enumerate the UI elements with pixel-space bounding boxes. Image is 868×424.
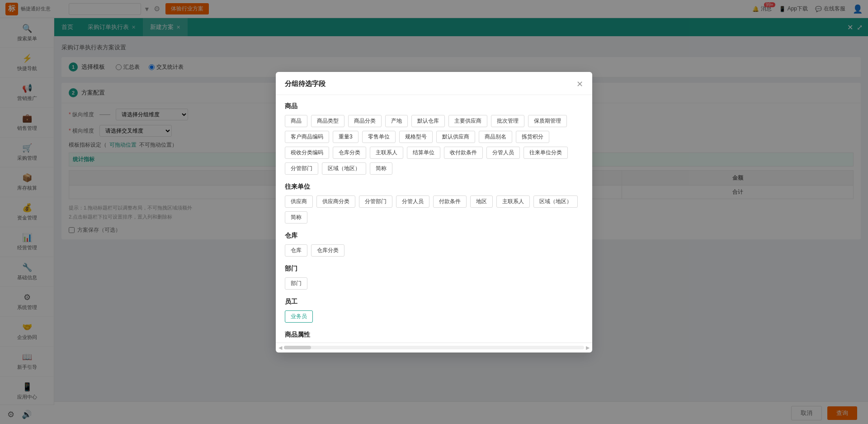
field-tag[interactable]: 收付款条件 [444, 147, 483, 159]
field-tag[interactable]: 区域（地区） [322, 162, 366, 175]
field-tag[interactable]: 结算单位 [407, 147, 440, 159]
field-tag[interactable]: 地区 [470, 195, 493, 208]
field-tag[interactable]: 分管部门 [359, 195, 392, 208]
field-tag[interactable]: 供应商分类 [316, 195, 355, 208]
field-tag[interactable]: 分管人员 [396, 195, 429, 208]
field-tag[interactable]: 客户商品编码 [285, 131, 329, 143]
employee-fields: 业务员 [285, 310, 583, 323]
modal-title: 分组待选字段 [285, 80, 326, 88]
modal-scrollbar-h: ◀ ▶ [276, 343, 592, 353]
partner-title: 往来单位 [285, 183, 583, 191]
field-tag[interactable]: 区域（地区） [533, 195, 578, 208]
scroll-left-arrow[interactable]: ◀ [278, 345, 282, 351]
scroll-right-arrow[interactable]: ▶ [586, 345, 590, 351]
field-tag[interactable]: 简称 [285, 211, 307, 224]
field-tag[interactable]: 商品分类 [348, 115, 382, 127]
field-group-dept: 部门 部门 [285, 265, 583, 290]
field-group-attr: 商品属性 属性 颜色 多规格 尺码 鞋码 1 [285, 331, 583, 343]
field-tag[interactable]: 分管人员 [486, 147, 520, 159]
attr-title: 商品属性 [285, 331, 583, 339]
warehouse-title: 仓库 [285, 232, 583, 240]
modal: 分组待选字段 ✕ 商品 商品 商品类型 商品分类 产地 默认仓库 主要供应商 批… [276, 72, 592, 353]
field-group-partner: 往来单位 供应商 供应商分类 分管部门 分管人员 付款条件 地区 主联系人 区域… [285, 183, 583, 224]
field-tag[interactable]: 拣货积分 [516, 131, 549, 143]
field-tag[interactable]: 批次管理 [491, 115, 524, 127]
field-tag[interactable]: 往来单位分类 [524, 147, 568, 159]
field-tag[interactable]: 简称 [370, 162, 392, 175]
field-tag[interactable]: 税收分类编码 [285, 147, 329, 159]
scroll-thumb-h[interactable] [284, 346, 311, 349]
field-tag[interactable]: 部门 [285, 277, 307, 290]
field-tag[interactable]: 重量3 [333, 131, 359, 143]
field-group-goods: 商品 商品 商品类型 商品分类 产地 默认仓库 主要供应商 批次管理 保质期管理… [285, 102, 583, 175]
field-tag[interactable]: 默认仓库 [411, 115, 445, 127]
goods-fields: 商品 商品类型 商品分类 产地 默认仓库 主要供应商 批次管理 保质期管理 客户… [285, 115, 583, 175]
field-tag[interactable]: 默认供应商 [436, 131, 475, 143]
field-tag[interactable]: 付款条件 [433, 195, 467, 208]
employee-title: 员工 [285, 298, 583, 306]
scroll-track-h [284, 346, 584, 349]
field-tag[interactable]: 分管部门 [285, 162, 318, 175]
modal-overlay: 分组待选字段 ✕ 商品 商品 商品类型 商品分类 产地 默认仓库 主要供应商 批… [0, 0, 868, 424]
field-tag[interactable]: 仓库 [285, 244, 307, 257]
field-tag[interactable]: 产地 [385, 115, 408, 127]
field-group-employee: 员工 业务员 [285, 298, 583, 323]
field-group-warehouse: 仓库 仓库 仓库分类 [285, 232, 583, 257]
dept-title: 部门 [285, 265, 583, 273]
modal-close-button[interactable]: ✕ [576, 79, 583, 89]
warehouse-fields: 仓库 仓库分类 [285, 244, 583, 257]
field-tag[interactable]: 主联系人 [496, 195, 530, 208]
dept-fields: 部门 [285, 277, 583, 290]
field-tag[interactable]: 供应商 [285, 195, 313, 208]
field-tag[interactable]: 主要供应商 [448, 115, 487, 127]
field-tag[interactable]: 主联系人 [370, 147, 403, 159]
field-tag[interactable]: 业务员 [285, 310, 313, 323]
goods-title: 商品 [285, 102, 583, 110]
field-tag[interactable]: 零售单位 [362, 131, 396, 143]
field-tag[interactable]: 仓库分类 [311, 244, 344, 257]
field-tag[interactable]: 规格型号 [399, 131, 433, 143]
field-tag[interactable]: 保质期管理 [528, 115, 567, 127]
modal-body: 商品 商品 商品类型 商品分类 产地 默认仓库 主要供应商 批次管理 保质期管理… [276, 95, 592, 343]
field-tag[interactable]: 商品类型 [311, 115, 344, 127]
field-tag[interactable]: 仓库分类 [333, 147, 366, 159]
modal-header: 分组待选字段 ✕ [276, 72, 592, 95]
field-tag[interactable]: 商品别名 [479, 131, 512, 143]
field-tag[interactable]: 商品 [285, 115, 307, 127]
partner-fields: 供应商 供应商分类 分管部门 分管人员 付款条件 地区 主联系人 区域（地区） … [285, 195, 583, 224]
